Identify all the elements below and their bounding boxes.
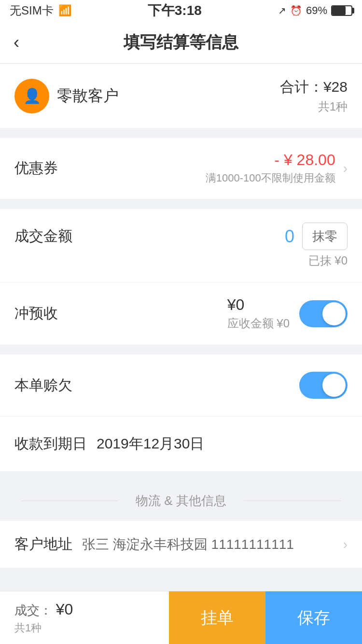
avatar: 👤 <box>14 79 49 113</box>
rounded-text: 已抹 ¥0 <box>14 253 348 268</box>
discount-description: 满1000-100不限制使用金额 <box>206 171 335 185</box>
address-row[interactable]: 客户地址 张三 海淀永丰科技园 11111111111 › <box>0 521 362 568</box>
round-button[interactable]: 抹零 <box>302 223 348 250</box>
deal-label: 成交： <box>14 603 52 617</box>
customer-left: 👤 零散客户 <box>14 79 119 113</box>
customer-section: 👤 零散客户 合计：¥28 共1种 <box>0 64 362 128</box>
bottom-bar: 成交： ¥0 共1种 挂单 保存 <box>0 591 362 644</box>
save-button[interactable]: 保存 <box>265 591 362 644</box>
network-label: 无SIM卡 <box>10 3 54 18</box>
transaction-top: 成交金额 抹零 <box>14 223 348 250</box>
total-amount: 合计：¥28 <box>280 77 348 97</box>
customer-summary: 合计：¥28 共1种 <box>280 77 348 114</box>
bottom-deal-row: 成交： ¥0 <box>14 601 154 619</box>
transaction-amount-input[interactable] <box>246 226 294 247</box>
bottom-info: 成交： ¥0 共1种 <box>0 591 169 644</box>
debt-row: 本单赊欠 <box>0 354 362 417</box>
battery-icon <box>331 5 352 16</box>
debt-label: 本单赊欠 <box>14 376 72 395</box>
toggle-thumb <box>322 302 346 325</box>
transaction-label: 成交金额 <box>14 226 72 246</box>
prepay-amount-area: ¥0 应收金额 ¥0 <box>227 296 290 331</box>
coupon-right: - ¥ 28.00 满1000-100不限制使用金额 › <box>206 151 348 185</box>
status-time: 下午3:18 <box>148 1 202 20</box>
hold-button[interactable]: 挂单 <box>169 591 265 644</box>
customer-name: 零散客户 <box>57 85 119 107</box>
coupon-row[interactable]: 优惠券 - ¥ 28.00 满1000-100不限制使用金额 › <box>0 138 362 199</box>
status-right: ↗ ⏰ 69% <box>278 4 352 17</box>
bottom-count: 共1种 <box>14 621 154 635</box>
duedate-label: 收款到期日 <box>14 434 87 454</box>
address-chevron-icon: › <box>343 537 348 552</box>
divider-1 <box>0 128 362 138</box>
duedate-row[interactable]: 收款到期日 2019年12月30日 <box>0 417 362 471</box>
nav-bar: ‹ 填写结算等信息 <box>0 21 362 64</box>
location-icon: ↗ <box>278 5 286 16</box>
coupon-label: 优惠券 <box>14 158 58 178</box>
prepay-amount: ¥0 <box>227 296 290 314</box>
content-area: 👤 零散客户 合计：¥28 共1种 优惠券 - ¥ 28.00 满1000-10… <box>0 64 362 644</box>
debt-toggle[interactable] <box>299 372 348 399</box>
status-bar: 无SIM卡 📶 下午3:18 ↗ ⏰ 69% <box>0 0 362 21</box>
logistics-header: 物流 & 其他信息 <box>0 481 362 521</box>
battery-percent: 69% <box>306 4 327 17</box>
avatar-icon: 👤 <box>23 87 41 104</box>
prepay-toggle[interactable] <box>299 300 348 327</box>
prepay-top: 冲预收 ¥0 应收金额 ¥0 <box>14 296 348 331</box>
back-button[interactable]: ‹ <box>14 32 19 53</box>
total-count: 共1种 <box>280 99 348 114</box>
divider-4 <box>0 471 362 481</box>
chevron-right-icon: › <box>343 161 348 176</box>
customer-row: 👤 零散客户 合计：¥28 共1种 <box>0 64 362 128</box>
discount-amount: - ¥ 28.00 <box>206 151 335 169</box>
duedate-value: 2019年12月30日 <box>97 434 204 454</box>
divider-3 <box>0 345 362 354</box>
page-title: 填写结算等信息 <box>124 31 238 54</box>
transaction-row: 成交金额 抹零 已抹 ¥0 <box>0 209 362 282</box>
logistics-label: 物流 & 其他信息 <box>136 492 226 509</box>
divider-2 <box>0 199 362 209</box>
alarm-icon: ⏰ <box>290 5 302 16</box>
debt-toggle-thumb <box>322 374 346 397</box>
prepay-row: 冲预收 ¥0 应收金额 ¥0 <box>0 282 362 345</box>
address-value: 张三 海淀永丰科技园 11111111111 <box>82 535 334 554</box>
deal-amount: ¥0 <box>56 601 73 618</box>
prepay-label: 冲预收 <box>14 304 58 323</box>
transaction-controls: 抹零 <box>246 223 348 250</box>
coupon-detail: - ¥ 28.00 满1000-100不限制使用金额 <box>206 151 335 185</box>
prepay-controls: ¥0 应收金额 ¥0 <box>227 296 348 331</box>
status-left: 无SIM卡 📶 <box>10 3 71 18</box>
wifi-icon: 📶 <box>58 4 71 17</box>
address-label: 客户地址 <box>14 534 72 554</box>
receivable-label: 应收金额 ¥0 <box>227 316 290 331</box>
